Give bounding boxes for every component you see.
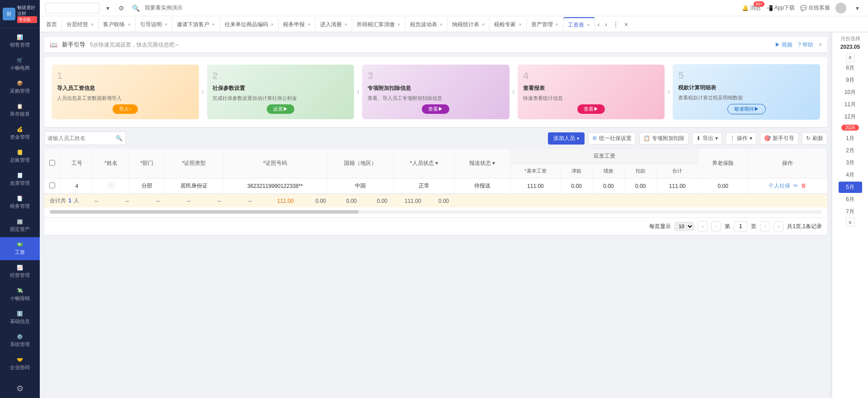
sidebar-item-finance[interactable]: 💰 资金管理 [0, 122, 40, 145]
tab-tax-expert[interactable]: 税检专家 × [490, 17, 526, 32]
export-button[interactable]: ⬇ 导出 ▾ [692, 132, 722, 145]
select-all-checkbox[interactable] [49, 160, 55, 166]
tab-more-btn[interactable]: ⋮ [610, 17, 622, 32]
operation-button[interactable]: ⋮ 操作 ▾ [726, 132, 756, 145]
tab-guide-close[interactable]: × [165, 22, 167, 27]
special-deduction-button[interactable]: 📋 专项附加扣除 [639, 132, 689, 145]
settings-icon[interactable]: ⚙ [16, 384, 24, 393]
tab-guide[interactable]: 引导说明 × [136, 17, 172, 32]
sidebar-item-purchase[interactable]: 📦 采购管理 [0, 76, 40, 99]
month-btn-11[interactable]: 11月 [839, 99, 862, 110]
tab-product-code-close[interactable]: × [271, 22, 274, 27]
sidebar-item-system[interactable]: ⚙️ 系统管理 [0, 329, 40, 352]
step-5-btn[interactable]: 敬请期待▶ [727, 104, 766, 114]
sidebar-item-marketing[interactable]: 💸 小畅报销 [0, 283, 40, 306]
tab-next-btn[interactable]: › [602, 17, 610, 32]
app-download-button[interactable]: 📲 App下载 [766, 4, 795, 12]
dropdown-icon[interactable]: ▾ [102, 3, 113, 14]
tab-tax-relief-close[interactable]: × [440, 22, 443, 27]
tab-customer-close[interactable]: × [127, 22, 130, 27]
current-page-input[interactable] [734, 221, 747, 231]
settings-icon[interactable]: ⚙ [116, 3, 127, 14]
horizontal-scrollbar[interactable] [50, 210, 822, 214]
add-person-button[interactable]: 添加人员 ▾ [548, 132, 585, 145]
month-btn-8[interactable]: 8月 [839, 62, 862, 74]
guide-close-icon[interactable]: × [819, 42, 822, 48]
month-btn-6[interactable]: 6月 [839, 194, 862, 205]
online-service-button[interactable]: 💬 在线客服 [800, 4, 830, 12]
first-page-btn[interactable]: « [698, 221, 708, 231]
newbie-guide-button[interactable]: 🎯 新手引导 [760, 132, 798, 145]
month-btn-5-active[interactable]: 5月 [839, 182, 862, 193]
tab-home[interactable]: 首页 [42, 17, 62, 32]
month-btn-1[interactable]: 1月 [839, 133, 862, 144]
sidebar-item-basic[interactable]: ℹ️ 基础信息 [0, 306, 40, 329]
tab-salary-close[interactable]: × [587, 22, 590, 28]
step-1-btn[interactable]: 导入↑ [113, 104, 138, 114]
month-btn-10[interactable]: 10月 [839, 87, 862, 98]
tab-product-code[interactable]: 往来单位商品编码 × [220, 17, 278, 32]
delete-btn[interactable]: 🗑 [801, 183, 807, 189]
tab-income-tax[interactable]: 所得税汇算清缴 × [352, 17, 405, 32]
sidebar-item-inventory[interactable]: 📋 库存核算 [0, 99, 40, 122]
prev-page-btn[interactable]: ‹ [711, 221, 721, 231]
demo-link[interactable]: 我要看实例演示 [145, 4, 183, 12]
tab-assets-close[interactable]: × [556, 22, 558, 27]
guide-help-link[interactable]: ? 帮助 [798, 41, 813, 49]
last-page-btn[interactable]: » [774, 221, 783, 231]
tab-assets[interactable]: 资产管理 × [527, 17, 563, 32]
tab-salary[interactable]: 工资表 × [563, 17, 594, 32]
personal-social-security-btn[interactable]: 个人社保 [769, 182, 790, 190]
refresh-button[interactable]: ↻ 刷新 [802, 132, 827, 145]
notice-button[interactable]: 🔔 消息 99+ [742, 4, 761, 12]
scrollbar-thumb[interactable] [50, 210, 359, 214]
tab-tax-report[interactable]: 税务申报 × [278, 17, 315, 32]
sidebar-item-sales[interactable]: 📊 销售管理 [0, 30, 40, 53]
sidebar-item-salary[interactable]: 💵 工资 [0, 237, 40, 260]
edit-btn[interactable]: ✏ [793, 183, 798, 189]
search-icon[interactable]: 🔍 [116, 135, 123, 141]
sidebar-item-ledger[interactable]: 📒 总账管理 [0, 145, 40, 168]
row-checkbox[interactable] [49, 183, 55, 188]
month-panel-up-btn[interactable]: ∧ [846, 53, 855, 62]
search-input[interactable] [47, 135, 116, 141]
tab-tax-relief[interactable]: 税负波动表 × [406, 17, 448, 32]
next-page-btn[interactable]: › [760, 221, 770, 231]
unified-settings-button[interactable]: ⚙ 统一社保设置 [588, 132, 636, 145]
sidebar-item-fixed-assets[interactable]: 🏢 固定资产 [0, 214, 40, 237]
month-btn-7[interactable]: 7月 [839, 206, 862, 217]
sidebar-item-operations[interactable]: 📈 经营管理 [0, 260, 40, 283]
tab-clearance[interactable]: 进入清册 × [316, 17, 352, 32]
month-btn-3[interactable]: 3月 [839, 157, 862, 169]
sidebar-item-ecommerce[interactable]: 🛒 小畅电商 [0, 53, 40, 76]
sidebar-item-invoice[interactable]: 🧾 发票管理 [0, 168, 40, 191]
page-size-select[interactable]: 10 20 50 [675, 222, 694, 231]
month-btn-12[interactable]: 12月 [839, 111, 862, 122]
tab-layer[interactable]: 分层经营 × [62, 17, 99, 32]
month-btn-2[interactable]: 2月 [839, 145, 862, 156]
tab-tax-stats-close[interactable]: × [482, 22, 485, 27]
tab-customer[interactable]: 客户联络 × [99, 17, 135, 32]
tab-prev-btn[interactable]: ‹ [595, 17, 603, 32]
month-btn-4[interactable]: 4月 [839, 169, 862, 181]
tab-invite-close[interactable]: × [212, 22, 215, 27]
month-btn-9[interactable]: 9月 [839, 75, 862, 86]
step-4-btn[interactable]: 查看▶ [577, 104, 605, 114]
step-2-btn[interactable]: 设置▶ [267, 104, 294, 114]
step-3-btn[interactable]: 查看▶ [422, 104, 449, 114]
sidebar-item-cooperation[interactable]: 🤝 企业协同 [0, 352, 40, 375]
sidebar-item-tax[interactable]: 📑 税务管理 [0, 191, 40, 214]
header-input[interactable] [45, 3, 99, 14]
guide-video-link[interactable]: ▶ 视频 [775, 41, 793, 49]
tab-close-all-btn[interactable]: × [622, 17, 631, 32]
user-avatar[interactable] [835, 3, 846, 14]
month-panel-down-btn[interactable]: ∨ [846, 218, 855, 227]
sidebar-item-newbie[interactable]: 🎯 新手引导 [0, 375, 40, 379]
tab-tax-report-close[interactable]: × [307, 22, 310, 27]
tab-invite[interactable]: 邀请下游客户 × [172, 17, 220, 32]
tab-tax-stats[interactable]: 纳税统计表 × [448, 17, 490, 32]
tab-tax-expert-close[interactable]: × [519, 22, 521, 27]
tab-clearance-close[interactable]: × [344, 22, 347, 27]
tab-layer-close[interactable]: × [91, 22, 94, 27]
user-menu-icon[interactable]: ▾ [852, 3, 863, 14]
